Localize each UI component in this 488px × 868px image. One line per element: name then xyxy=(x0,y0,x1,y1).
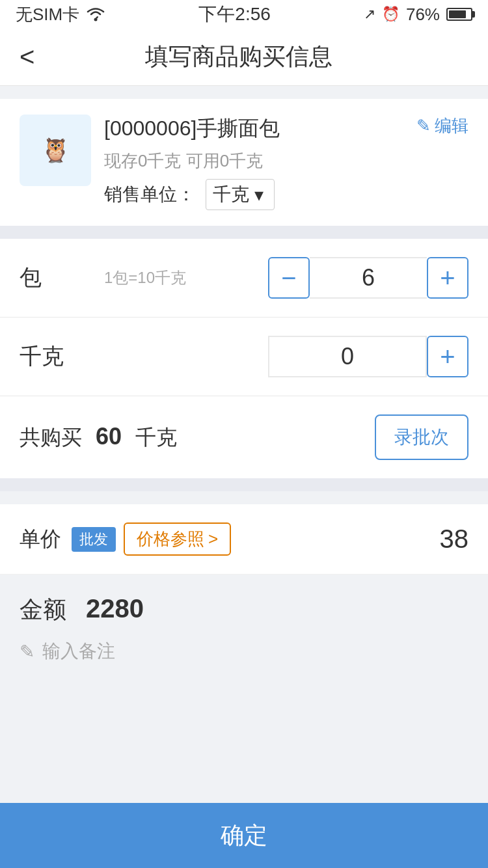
edit-icon: ✎ xyxy=(416,116,431,136)
location-icon: ↗ xyxy=(364,6,375,23)
price-ref-button[interactable]: 价格参照 > xyxy=(124,522,231,556)
price-value: 38 xyxy=(440,524,469,554)
amount-row: 金额 2280 xyxy=(20,594,468,626)
alarm-icon: ⏰ xyxy=(382,6,400,23)
note-row[interactable]: ✎ 输入备注 xyxy=(20,639,468,664)
wifi-icon xyxy=(86,7,105,21)
bao-plus-button[interactable]: + xyxy=(427,257,468,299)
nav-bar: < 填写商品购买信息 xyxy=(0,29,488,86)
edit-button[interactable]: ✎ 编辑 xyxy=(416,115,468,137)
amount-section: 金额 2280 ✎ 输入备注 xyxy=(0,575,488,683)
product-top-row: [0000006]手撕面包 ✎ 编辑 xyxy=(104,115,468,150)
confirm-label: 确定 xyxy=(221,820,267,852)
product-stock: 现存0千克 可用0千克 xyxy=(104,150,468,172)
battery-percent: 76% xyxy=(406,5,440,25)
price-section: 单价 批发 价格参照 > 38 xyxy=(0,504,488,575)
total-row: 共购买 60 千克 录批次 xyxy=(0,396,488,478)
kg-controls: + xyxy=(268,336,468,377)
total-text: 共购买 60 千克 xyxy=(20,423,177,452)
unit-value: 千克 xyxy=(213,182,249,207)
price-label: 单价 xyxy=(20,525,61,554)
unit-label: 销售单位： xyxy=(104,182,195,207)
svg-point-0 xyxy=(94,18,98,21)
page-title: 填写商品购买信息 xyxy=(47,41,429,73)
status-bar: 无SIM卡 下午2:56 ↗ ⏰ 76% xyxy=(0,0,488,29)
total-prefix: 共购买 xyxy=(20,426,82,449)
bao-minus-button[interactable]: − xyxy=(268,257,310,299)
back-button[interactable]: < xyxy=(20,42,47,72)
status-right: ↗ ⏰ 76% xyxy=(364,5,472,25)
bao-input[interactable] xyxy=(310,257,427,299)
price-ref-arrow-icon: > xyxy=(208,529,218,549)
product-image: 🦉 xyxy=(20,115,91,186)
edit-label: 编辑 xyxy=(435,115,468,137)
kg-label: 千克 xyxy=(20,342,98,372)
product-logo: 🦉 xyxy=(41,137,70,164)
battery-icon xyxy=(446,8,472,21)
kg-input[interactable] xyxy=(268,336,427,377)
status-left: 无SIM卡 xyxy=(16,3,105,26)
total-quantity: 60 xyxy=(96,423,122,450)
total-unit: 千克 xyxy=(135,426,177,449)
quantity-section: 包 1包=10千克 − + 千克 + xyxy=(0,239,488,396)
confirm-bar[interactable]: 确定 xyxy=(0,803,488,868)
note-placeholder: 输入备注 xyxy=(42,639,115,664)
divider-1 xyxy=(0,226,488,239)
divider-2 xyxy=(0,478,488,491)
product-name: [0000006]手撕面包 xyxy=(104,115,280,143)
bao-row: 包 1包=10千克 − + xyxy=(0,239,488,318)
amount-value: 2280 xyxy=(86,594,144,623)
unit-select[interactable]: 千克 ▾ xyxy=(206,179,275,210)
product-info: [0000006]手撕面包 ✎ 编辑 现存0千克 可用0千克 销售单位： 千克 … xyxy=(104,115,468,210)
price-ref-label: 价格参照 xyxy=(137,528,204,550)
bao-sublabel: 1包=10千克 xyxy=(104,267,186,288)
status-time: 下午2:56 xyxy=(198,2,271,27)
bao-controls: − + xyxy=(268,257,468,299)
product-card: 🦉 [0000006]手撕面包 ✎ 编辑 现存0千克 可用0千克 销售单位： 千… xyxy=(0,99,488,226)
kg-row: 千克 + xyxy=(0,318,488,396)
carrier-label: 无SIM卡 xyxy=(16,3,79,26)
price-tag: 批发 xyxy=(72,527,116,552)
pencil-icon: ✎ xyxy=(20,641,34,662)
kg-plus-button[interactable]: + xyxy=(427,336,468,377)
bao-label: 包 xyxy=(20,263,98,293)
batch-button[interactable]: 录批次 xyxy=(375,414,468,460)
amount-label: 金额 xyxy=(20,596,66,623)
price-row: 单价 批发 价格参照 > 38 xyxy=(0,504,488,575)
product-unit-row: 销售单位： 千克 ▾ xyxy=(104,179,468,210)
dropdown-arrow-icon: ▾ xyxy=(254,184,264,206)
